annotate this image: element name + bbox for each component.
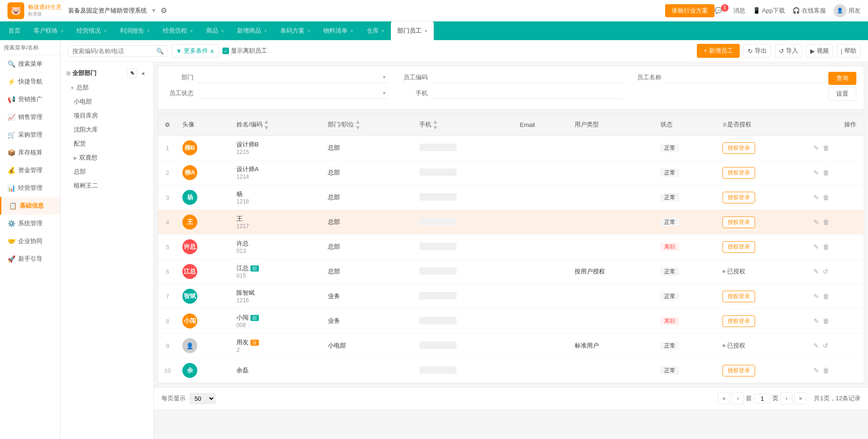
filter-dept-arrow[interactable]: ▼: [382, 75, 389, 80]
try-industry-btn[interactable]: 体验行业方案: [665, 4, 715, 17]
tab-barcode[interactable]: 条码方案×: [274, 21, 317, 40]
tab-operation[interactable]: 经营情况×: [70, 21, 113, 40]
sidebar-item-guide[interactable]: 🚀 新手引导: [0, 250, 60, 268]
tab-customer[interactable]: 客户联络×: [27, 21, 70, 40]
dept-tree-zonbu[interactable]: ▼ 总部: [61, 81, 153, 95]
edit-icon-5[interactable]: ✎: [813, 243, 819, 251]
search-btn-icon[interactable]: 🔍: [156, 48, 164, 55]
dept-edit-btn[interactable]: ✎: [127, 69, 137, 78]
dept-collapse-btn[interactable]: «: [139, 69, 148, 78]
close-profit-tab[interactable]: ×: [147, 28, 150, 34]
dept-tree-zhishu[interactable]: 植树王二: [61, 179, 153, 193]
sidebar-item-basic[interactable]: 📋 基础信息: [0, 197, 60, 215]
auth-btn-3[interactable]: 授权登录: [722, 192, 755, 203]
auth-btn-7[interactable]: 授权登录: [722, 291, 755, 302]
delete-icon-2[interactable]: 🗑: [823, 169, 829, 176]
prev-page-btn[interactable]: ‹: [732, 392, 744, 404]
more-conditions-btn[interactable]: ▼ 更多条件 ∧: [172, 44, 219, 57]
dept-tree-shenyang[interactable]: 沈阳大库: [61, 123, 153, 137]
dept-tree-xiangmu[interactable]: 项目库房: [61, 109, 153, 123]
edit-icon-6[interactable]: ✎: [813, 268, 819, 275]
edit-icon-2[interactable]: ✎: [813, 169, 819, 176]
view-btn[interactable]: ▶ 视频: [806, 44, 833, 57]
import-btn[interactable]: ↺ 导入: [775, 44, 802, 57]
tab-history[interactable]: 经营历程×: [156, 21, 199, 40]
help-btn[interactable]: | 帮助: [837, 44, 861, 57]
dept-tree-shuanglu[interactable]: ▶ 双鹿想: [61, 151, 153, 165]
auth-btn-5[interactable]: 授权登录: [722, 241, 755, 253]
sidebar-item-management[interactable]: 📊 经营管理: [0, 179, 60, 197]
tab-employee[interactable]: 部门员工×: [391, 21, 434, 40]
search-input[interactable]: [72, 48, 156, 55]
search-input-wrap[interactable]: 🔍: [68, 45, 168, 57]
sidebar-item-collab[interactable]: 🤝 企业协同: [0, 232, 60, 250]
tab-profit[interactable]: 利润报告×: [113, 21, 156, 40]
first-page-btn[interactable]: «: [718, 392, 730, 404]
filter-dept-select-wrap[interactable]: ▼: [197, 72, 389, 83]
delete-icon-4[interactable]: 🗑: [823, 218, 829, 226]
tab-warehouse[interactable]: 仓库×: [360, 21, 391, 40]
sidebar-item-marketing[interactable]: 📢 营销推广: [0, 91, 60, 108]
auth-btn-2[interactable]: 授权登录: [722, 167, 755, 179]
auth-btn-10[interactable]: 授权登录: [722, 365, 755, 376]
edit-icon-1[interactable]: ✎: [813, 144, 819, 152]
sidebar-item-finance[interactable]: 💰 资金管理: [0, 161, 60, 179]
dept-tree-zongbu2[interactable]: 总部: [61, 165, 153, 179]
edit-icon-3[interactable]: ✎: [813, 194, 819, 201]
edit-icon-9[interactable]: ✎: [813, 342, 819, 349]
delete-icon-1[interactable]: 🗑: [823, 144, 829, 152]
close-barcode-tab[interactable]: ×: [307, 28, 310, 34]
sidebar-item-inventory[interactable]: 📦 库存核算: [0, 144, 60, 161]
edit-icon-7[interactable]: ✎: [813, 293, 819, 300]
edit-icon-10[interactable]: ✎: [813, 367, 819, 374]
close-goods-tab[interactable]: ×: [221, 28, 224, 34]
show-depart-toggle[interactable]: ✓ 显示离职员工: [222, 47, 267, 55]
auth-btn-4[interactable]: 授权登录: [722, 216, 755, 228]
sidebar-item-system[interactable]: ⚙️ 系统管理: [0, 215, 60, 232]
sidebar-item-sales[interactable]: 📈 销售管理: [0, 108, 60, 126]
per-page-select[interactable]: 50 100: [189, 393, 215, 404]
reset-btn[interactable]: 设置: [828, 87, 856, 101]
delete-icon-3[interactable]: 🗑: [823, 194, 829, 201]
online-service-btn[interactable]: 🎧 在线客服: [792, 7, 826, 15]
settings-icon-btn[interactable]: ⚙: [160, 6, 167, 15]
dept-tree-xiaodian[interactable]: 小电部: [61, 95, 153, 109]
tab-addgoods[interactable]: 新增商品×: [230, 21, 273, 40]
sidebar-search-input[interactable]: [4, 44, 61, 51]
delete-icon-10[interactable]: 🗑: [823, 367, 829, 374]
dropdown-icon[interactable]: ▼: [151, 7, 157, 14]
sidebar-item-search[interactable]: 🔍 搜索菜单: [0, 55, 60, 73]
close-warehouse-tab[interactable]: ×: [382, 28, 384, 34]
delete-icon-9[interactable]: ↺: [823, 342, 828, 349]
close-employee-tab[interactable]: ×: [424, 28, 427, 34]
delete-icon-5[interactable]: 🗑: [823, 243, 829, 251]
th-phone[interactable]: 手机 ▲▼: [414, 114, 514, 136]
sidebar-item-shortcut[interactable]: ⚡ 快捷导航: [0, 73, 60, 91]
message-btn[interactable]: 💬 5 消息: [715, 7, 745, 15]
last-page-btn[interactable]: »: [794, 392, 806, 404]
filter-empname-input[interactable]: [665, 72, 856, 83]
export-btn[interactable]: ↻ 导出: [743, 44, 771, 57]
user-area[interactable]: 👤 用友: [833, 4, 861, 17]
next-page-btn[interactable]: ›: [780, 392, 792, 404]
delete-icon-8[interactable]: 🗑: [823, 317, 829, 325]
sidebar-search[interactable]: 🔍: [0, 40, 60, 55]
filter-status-input[interactable]: [197, 88, 382, 98]
delete-icon-7[interactable]: 🗑: [823, 293, 829, 300]
app-download-btn[interactable]: 📱 App下载: [753, 7, 785, 15]
close-bom-tab[interactable]: ×: [350, 28, 353, 34]
close-history-tab[interactable]: ×: [190, 28, 193, 34]
filter-status-select-wrap[interactable]: ▼: [197, 88, 389, 99]
close-addgoods-tab[interactable]: ×: [264, 28, 267, 34]
tab-bom[interactable]: 物料清单×: [317, 21, 360, 40]
edit-icon-4[interactable]: ✎: [813, 218, 819, 226]
filter-dept-input[interactable]: [197, 72, 382, 83]
auth-btn-1[interactable]: 授权登录: [722, 142, 755, 154]
tab-home[interactable]: 首页: [2, 21, 27, 40]
filter-phone-input[interactable]: [431, 88, 623, 99]
delete-icon-6[interactable]: ↺: [823, 268, 828, 275]
show-depart-checkbox[interactable]: ✓: [222, 48, 229, 54]
dept-tree-peihuo[interactable]: 配货: [61, 137, 153, 151]
add-employee-btn[interactable]: + 新增员工: [697, 44, 739, 58]
th-name[interactable]: 姓名/编码 ▲▼: [231, 114, 322, 136]
